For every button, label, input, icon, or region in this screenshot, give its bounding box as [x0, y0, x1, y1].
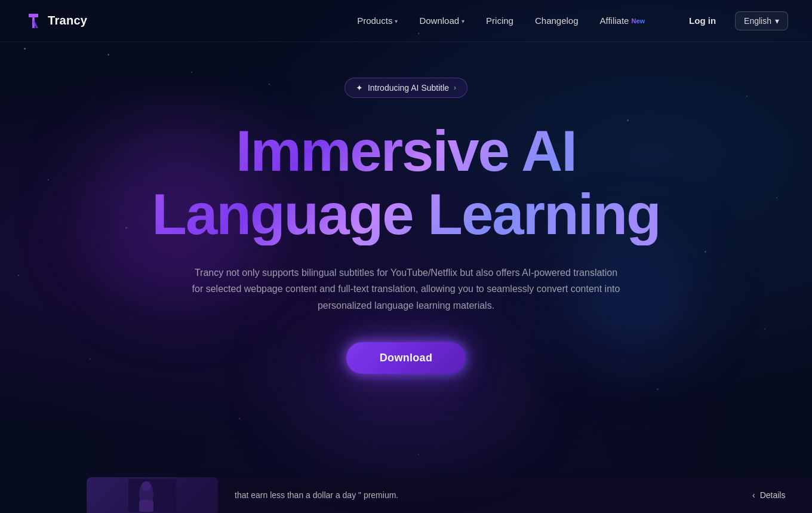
hero-title: Immersive AI Language Learning	[152, 119, 660, 245]
affiliate-new-badge: New	[631, 17, 645, 24]
subtitle-text: that earn less than a dollar a day " pre…	[235, 490, 398, 500]
nav-download[interactable]: Download ▾	[411, 11, 473, 30]
details-label: Details	[760, 490, 786, 500]
logo-icon	[24, 11, 43, 30]
bottom-preview: that earn less than a dollar a day " pre…	[0, 465, 812, 513]
video-thumb-image	[87, 477, 218, 513]
nav-changelog[interactable]: Changelog	[527, 11, 587, 30]
hero-description: Trancy not only supports bilingual subti…	[179, 265, 633, 314]
svg-point-2	[142, 481, 151, 491]
language-selector[interactable]: English ▾	[735, 11, 788, 30]
video-thumbnail	[87, 477, 218, 513]
products-chevron: ▾	[395, 18, 398, 24]
svg-rect-3	[139, 500, 153, 512]
login-button[interactable]: Log in	[677, 11, 728, 30]
hero-title-line1: Immersive AI	[236, 119, 576, 183]
navbar: Trancy Products ▾ Download ▾ Pricing Cha…	[0, 0, 812, 42]
hero-section: ✦ Introducing AI Subtitle › Immersive AI…	[0, 42, 812, 374]
nav-pricing[interactable]: Pricing	[478, 11, 522, 30]
details-panel[interactable]: ‹ Details	[740, 477, 812, 513]
nav-affiliate[interactable]: Affiliate New	[592, 11, 654, 30]
pill-sparkle-icon: ✦	[356, 83, 363, 93]
nav-products[interactable]: Products ▾	[349, 11, 406, 30]
thumb-illustration	[128, 479, 176, 512]
pill-text: Introducing AI Subtitle	[368, 83, 449, 93]
lang-chevron: ▾	[775, 16, 779, 26]
nav-links: Products ▾ Download ▾ Pricing Changelog …	[349, 11, 653, 30]
download-button[interactable]: Download	[346, 342, 466, 374]
nav-right: Log in English ▾	[677, 11, 788, 30]
hero-title-line2: Language Learning	[152, 182, 660, 246]
pill-chevron-icon: ›	[454, 84, 456, 92]
intro-pill[interactable]: ✦ Introducing AI Subtitle ›	[345, 78, 467, 98]
subtitle-panel: that earn less than a dollar a day " pre…	[223, 477, 740, 513]
brand-name: Trancy	[48, 14, 87, 27]
logo[interactable]: Trancy	[24, 11, 87, 30]
video-strip: that earn less than a dollar a day " pre…	[0, 471, 812, 513]
details-chevron-icon: ‹	[752, 490, 755, 500]
language-label: English	[744, 16, 771, 26]
download-chevron: ▾	[462, 18, 465, 24]
